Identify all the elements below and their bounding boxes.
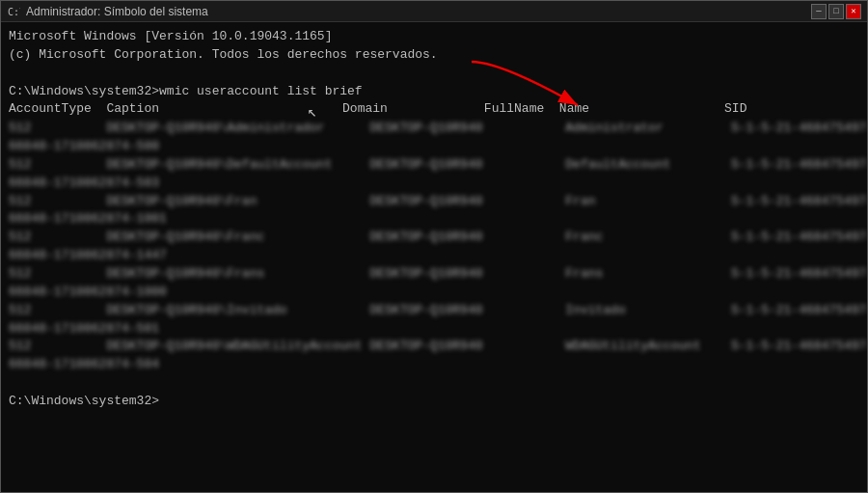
svg-text:C:\: C:\ — [8, 7, 20, 17]
table-row: 66048-1710862874-1001 — [9, 210, 859, 229]
console-command: C:\Windows\system32>wmic useraccount lis… — [9, 83, 859, 101]
table-row: 512 DESKTOP-Q10R940\DefaultAccount DESKT… — [9, 156, 859, 175]
table-row: 512 DESKTOP-Q10R940\Frans DESKTOP-Q10R94… — [9, 265, 859, 284]
header-area: AccountType CaptionDomainFullName NameSI… — [9, 100, 859, 119]
table-row: 66048-1710862874-1000 — [9, 284, 859, 302]
console-prompt: C:\Windows\system32> — [9, 393, 859, 411]
console-line2: (c) Microsoft Corporation. Todos los der… — [9, 46, 859, 65]
table-row: 66048-1710862874-504 — [9, 356, 859, 374]
window-controls: — □ ✕ — [811, 4, 861, 19]
console-line1: Microsoft Windows [Versión 10.0.19043.11… — [9, 28, 859, 46]
table-row: 66048-1710862874-503 — [9, 175, 859, 193]
console-line-blank — [9, 374, 859, 393]
close-button[interactable]: ✕ — [846, 4, 861, 19]
table-row: 66048-1710862874-1447 — [9, 247, 859, 265]
table-header: AccountType CaptionDomainFullName NameSI… — [9, 100, 859, 119]
maximize-button[interactable]: □ — [828, 4, 844, 19]
table-row: 66048-1710862874-500 — [9, 138, 859, 156]
table-row: 66048-1710862874-501 — [9, 320, 859, 339]
table-row: 512 DESKTOP-Q10R940\Invitado DESKTOP-Q10… — [9, 302, 859, 320]
table-row: 512 DESKTOP-Q10R940\Franc DESKTOP-Q10R94… — [9, 229, 859, 247]
table-row: 512 DESKTOP-Q10R940\WDAGUtilityAccount D… — [9, 338, 859, 356]
minimize-button[interactable]: — — [811, 4, 827, 19]
cmd-window: C:\ Administrador: Símbolo del sistema —… — [0, 0, 868, 493]
table-row: 512 DESKTOP-Q10R940\Fran DESKTOP-Q10R940… — [9, 193, 859, 211]
console-line3 — [9, 65, 859, 83]
cmd-icon: C:\ — [7, 5, 20, 18]
console-body: Microsoft Windows [Versión 10.0.19043.11… — [1, 22, 867, 492]
table-row: 512 DESKTOP-Q10R940\Administrador DESKTO… — [9, 120, 859, 138]
window-title: Administrador: Símbolo del sistema — [26, 5, 811, 18]
titlebar: C:\ Administrador: Símbolo del sistema —… — [1, 1, 867, 22]
